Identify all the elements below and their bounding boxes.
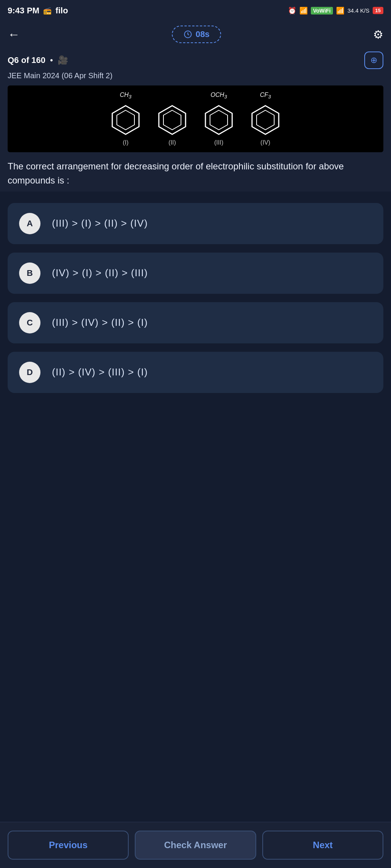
option-circle-B: B [19,262,40,284]
option-text-D: (II) > (IV) > (III) > (I) [52,366,148,378]
option-text-B: (IV) > (I) > (II) > (III) [52,267,148,279]
compound-II-roman: (II) [168,139,176,146]
status-left: 9:43 PM 📻 filo [8,6,68,16]
compound-II-structure [153,102,191,136]
svg-marker-8 [257,110,274,130]
bookmark-icon: ⊕ [370,55,377,65]
next-button[interactable]: Next [262,831,383,860]
option-circle-A: A [19,213,40,234]
settings-button[interactable]: ⚙ [373,28,383,41]
bottom-nav: Previous Check Answer Next [0,822,391,868]
previous-button[interactable]: Previous [8,831,129,860]
data-speed: 34.4 K/S [347,7,370,14]
compound-IV-roman: (IV) [260,139,270,146]
compound-IV: CF3 (IV) [246,92,284,146]
check-answer-button[interactable]: Check Answer [135,831,256,860]
compound-I-substituent: CH3 [120,92,132,100]
timer-text: 08s [196,29,210,39]
timer-icon [183,30,192,39]
dot-separator: • [50,55,53,65]
carrier-icon: 📻 [43,6,52,15]
option-card-B[interactable]: B (IV) > (I) > (II) > (III) [8,253,383,294]
video-icon: 🎥 [58,55,68,65]
alarm-icon: ⏰ [288,6,296,15]
option-circle-C: C [19,312,40,333]
option-card-C[interactable]: C (III) > (IV) > (II) > (I) [8,302,383,343]
svg-marker-4 [163,110,181,130]
compound-III-structure [200,102,238,136]
option-card-D[interactable]: D (II) > (IV) > (III) > (I) [8,352,383,393]
compound-III-substituent: OCH3 [211,92,227,100]
question-text: The correct arrangement for decreasing o… [0,152,391,191]
carrier-name: filo [55,6,68,16]
compound-list: CH3 (I) H (II) OCH3 (III) [11,92,380,148]
options-area: A (III) > (I) > (II) > (IV) B (IV) > (I)… [0,192,391,822]
vowifi-badge: VoWiFi [311,7,333,14]
svg-marker-2 [117,110,134,130]
question-number: Q6 of 160 [8,55,45,65]
compound-III-roman: (III) [214,139,223,146]
bookmark-button[interactable]: ⊕ [364,52,383,69]
battery-display: 15 [373,7,383,14]
svg-marker-6 [210,110,228,130]
back-button[interactable]: ← [8,27,20,42]
status-bar: 9:43 PM 📻 filo ⏰ 📶 VoWiFi 📶 34.4 K/S 15 [0,0,391,21]
status-right: ⏰ 📶 VoWiFi 📶 34.4 K/S 15 [288,6,383,15]
question-meta-row: Q6 of 160 • 🎥 ⊕ [0,48,391,71]
signal-bars: 📶 [336,6,344,15]
compound-I-roman: (I) [123,139,128,146]
exam-tag: JEE Main 2024 (06 Apr Shift 2) [0,71,391,85]
option-text-C: (III) > (IV) > (II) > (I) [52,317,148,329]
compound-I: CH3 (I) [107,92,145,146]
compound-I-structure [107,102,145,136]
question-meta: Q6 of 160 • 🎥 [8,55,364,65]
wifi-icon: 📶 [299,6,308,15]
compound-IV-substituent: CF3 [260,92,271,100]
header: ← 08s ⚙ [0,21,391,48]
compound-III: OCH3 (III) [200,92,238,146]
timer-container: 08s [172,26,221,43]
option-card-A[interactable]: A (III) > (I) > (II) > (IV) [8,203,383,244]
time-display: 9:43 PM [8,6,39,16]
option-text-A: (III) > (I) > (II) > (IV) [52,217,148,229]
option-circle-D: D [19,362,40,383]
chem-image: CH3 (I) H (II) OCH3 (III) [8,85,383,152]
compound-IV-structure [246,102,284,136]
compound-II: H (II) [153,93,191,146]
